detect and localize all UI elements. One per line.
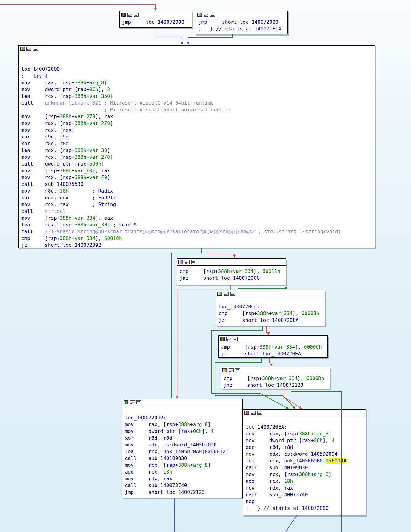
code-line[interactable]: cmp [rsp+388h+var_334], 6000Dh: [223, 375, 330, 382]
code-line[interactable]: call strtoul: [21, 208, 375, 215]
code-line[interactable]: mov rax, [rsp+388h+arg_8]: [21, 79, 375, 86]
node-color-icon[interactable]: [20, 47, 25, 51]
node-loc-140072000[interactable]: loc_140072000:; try {mov rax, [rsp+388h+…: [18, 45, 375, 248]
code-line[interactable]: ; Microsoft VisualC 64bit universal runt…: [21, 106, 375, 113]
code-line[interactable]: mov rcx, rax ; String: [21, 201, 375, 208]
code-line[interactable]: mov dword ptr [rax+0Ch], 4: [125, 428, 242, 435]
code-line[interactable]: cmp [rsp+388h+var_334], 60010h: [21, 235, 375, 242]
code-line[interactable]: mov [rsp+388h+var_270], rax: [21, 113, 375, 120]
code-line[interactable]: jmp short loc_140072123: [125, 489, 242, 496]
code-line[interactable]: ; } // starts at 140072000: [246, 505, 366, 512]
node-loc-1400720EA[interactable]: loc_1400720EA:mov rax, [rsp+388h+arg_8]m…: [243, 409, 366, 515]
code-line[interactable]: mov rcx, [rsp+388h+var_270]: [21, 154, 375, 161]
code-line[interactable]: jnz short loc_1400720CC: [180, 275, 286, 282]
code-line[interactable]: call sub_140075530: [21, 181, 375, 188]
code-line[interactable]: mov rax, [rsp+388h+arg_8]: [246, 430, 366, 437]
group-node-icon[interactable]: [136, 400, 141, 404]
code-line[interactable]: mov [rsp+388h+var_F0], rax: [21, 167, 375, 174]
node-color-icon[interactable]: [244, 411, 249, 415]
code-line[interactable]: jmp short loc_140072000: [198, 19, 287, 26]
edit-icon[interactable]: [229, 368, 234, 372]
code-line[interactable]: lea rdx, [rsp+388h+var_30]: [21, 147, 375, 154]
node-color-icon[interactable]: [217, 292, 222, 296]
group-node-icon[interactable]: [257, 411, 262, 415]
code-line[interactable]: xor r9d, r9d: [21, 134, 375, 140]
node-color-icon[interactable]: [178, 260, 183, 264]
code-line[interactable]: mov rdx, rax: [125, 475, 242, 482]
code-line[interactable]: loc_1400720CC:: [219, 303, 325, 310]
code-line[interactable]: mov r8d, 10h ; Radix: [21, 188, 375, 194]
node-color-icon[interactable]: [124, 400, 128, 404]
code-line[interactable]: jmp loc_140072000: [122, 19, 192, 26]
code-line[interactable]: xor r8d, r8d: [21, 140, 375, 147]
code-line[interactable]: loc_1400720EA:: [246, 424, 366, 430]
code-line[interactable]: ; try {: [21, 73, 375, 79]
group-node-icon[interactable]: [134, 13, 139, 17]
code-line[interactable]: cmp [rsp+388h+var_334], 6000Ch: [221, 344, 327, 350]
code-line[interactable]: mov edx, cs:dword_1405D2090: [125, 442, 242, 448]
node-cmp-60011h[interactable]: cmp [rsp+388h+var_334], 60011hjnz short …: [177, 258, 286, 285]
group-node-icon[interactable]: [210, 13, 215, 17]
code-line[interactable]: jz short loc_1400720EA: [219, 317, 325, 324]
code-line[interactable]: lea rcx, [rsp+388h+var_350]: [21, 93, 375, 100]
node-loc-1400720CC[interactable]: loc_1400720CC:cmp [rsp+388h+var_334], 60…: [216, 290, 325, 326]
node-color-icon[interactable]: [222, 368, 227, 372]
code-line[interactable]: call ??1?$basic_string@DU?$char_traits@D…: [21, 228, 375, 235]
code-line[interactable]: xor r8d, r8d: [246, 444, 366, 451]
group-node-icon[interactable]: [235, 368, 240, 372]
jmp-node-1[interactable]: jmp loc_140072000: [119, 11, 192, 28]
code-line[interactable]: mov rcx, [rsp+388h+var_F0]: [21, 174, 375, 181]
code-line[interactable]: jnz short loc_140072123: [223, 382, 330, 389]
code-line[interactable]: jz short loc_1400720EA: [221, 350, 327, 357]
group-node-icon[interactable]: [33, 47, 38, 51]
code-line[interactable]: loc_140072000:: [21, 66, 375, 73]
code-line[interactable]: add rcx, 18h: [125, 469, 242, 475]
code-line[interactable]: ; } // starts at 140071FC4: [198, 26, 287, 32]
code-line[interactable]: lea rcx, [rsp+388h+var_30] ; void *: [21, 222, 375, 228]
code-line[interactable]: mov rdx, rax: [246, 485, 366, 491]
node-color-icon[interactable]: [197, 13, 202, 17]
node-color-icon[interactable]: [121, 13, 126, 17]
edit-icon[interactable]: [130, 400, 135, 404]
code-line[interactable]: jz short loc_140072092: [21, 242, 375, 249]
jmp-node-2[interactable]: jmp short loc_140072000; } // starts at …: [196, 11, 288, 34]
code-line[interactable]: lea rcx, unk_1405D20A0[0x60012]: [125, 448, 242, 455]
node-cmp-6000Ch[interactable]: cmp [rsp+388h+var_334], 6000Chjz short l…: [218, 335, 328, 358]
code-line[interactable]: mov dword ptr [rax+0Ch], 4: [246, 437, 366, 444]
code-line[interactable]: cmp [rsp+388h+var_334], 60011h: [180, 268, 286, 275]
edit-icon[interactable]: [204, 13, 208, 17]
edit-icon[interactable]: [127, 13, 132, 17]
code-line[interactable]: mov rax, [rsp+388h+var_270]: [21, 120, 375, 127]
code-line[interactable]: cmp [rsp+388h+var_334], 6000Bh: [219, 310, 325, 317]
edit-icon[interactable]: [185, 260, 190, 264]
code-line[interactable]: xor edx, edx ; EndPtr: [21, 194, 375, 201]
code-line[interactable]: mov rax, [rax]: [21, 127, 375, 134]
code-line[interactable]: mov rcx, [rsp+388h+arg_8]: [125, 462, 242, 469]
group-node-icon[interactable]: [191, 260, 196, 264]
code-line[interactable]: call sub_140109B30: [246, 464, 366, 471]
code-line[interactable]: call sub_140073740: [125, 482, 242, 489]
code-line[interactable]: mov rcx, [rsp+388h+arg_8]: [246, 471, 366, 478]
node-cmp-6000Dh[interactable]: cmp [rsp+388h+var_334], 6000Dhjnz short …: [221, 367, 330, 389]
node-color-icon[interactable]: [220, 337, 225, 341]
code-line[interactable]: call sub_140109B30: [125, 455, 242, 462]
code-line[interactable]: mov rax, [rsp+388h+arg_8]: [125, 421, 242, 428]
code-line[interactable]: call unknown_libname_321 ; Microsoft Vis…: [21, 100, 375, 106]
group-node-icon[interactable]: [230, 292, 235, 296]
code-line[interactable]: mov [rsp+388h+var_334], eax: [21, 215, 375, 222]
code-line[interactable]: call qword ptr [rax+5D0h]: [21, 161, 375, 167]
edit-icon[interactable]: [26, 47, 31, 51]
code-line[interactable]: nop: [246, 498, 366, 505]
edit-icon[interactable]: [226, 337, 231, 341]
node-loc-140072092[interactable]: loc_140072092:mov rax, [rsp+388h+arg_8]m…: [122, 399, 243, 498]
code-line[interactable]: xor r8d, r8d: [125, 435, 242, 442]
ida-graph-view[interactable]: jmp loc_140072000jmp short loc_140072000…: [0, 0, 411, 532]
code-line[interactable]: mov dword ptr [rax+0Ch], 3: [21, 86, 375, 93]
edit-icon[interactable]: [251, 411, 256, 415]
group-node-icon[interactable]: [233, 337, 238, 341]
code-line[interactable]: lea rcx, unk_1405E69B0[0x6000A]: [246, 458, 366, 464]
code-line[interactable]: add rcx, 18h: [246, 478, 366, 485]
code-line[interactable]: call sub_140073740: [246, 491, 366, 498]
code-line[interactable]: mov edx, cs:dword_1405D2094: [246, 451, 366, 458]
edit-icon[interactable]: [224, 292, 229, 296]
